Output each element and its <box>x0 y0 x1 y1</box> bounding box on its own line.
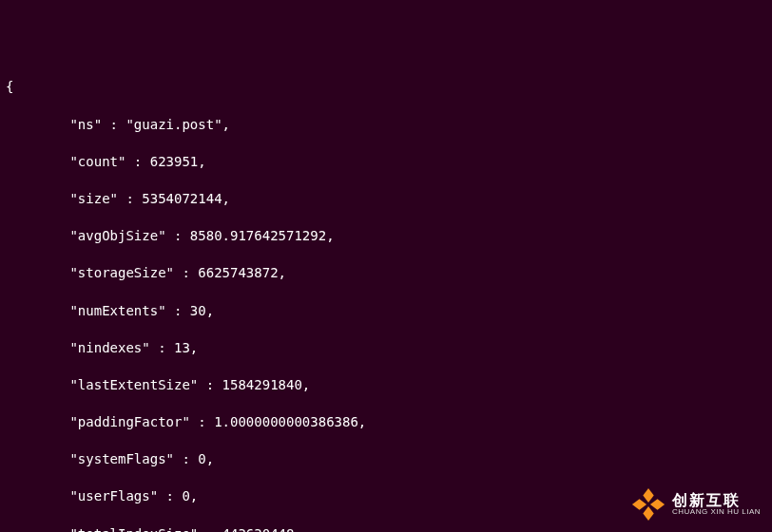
watermark-text-small: CHUANG XIN HU LIAN <box>672 508 761 516</box>
field-ns: "ns" : "guazi.post", <box>6 116 766 135</box>
json-open: { <box>6 78 766 97</box>
field-paddingfactor: "paddingFactor" : 1.0000000000386386, <box>6 413 766 432</box>
field-avgobjsize: "avgObjSize" : 8580.917642571292, <box>6 227 766 246</box>
field-size: "size" : 5354072144, <box>6 190 766 209</box>
watermark-logo-icon <box>630 486 666 522</box>
field-count: "count" : 623951, <box>6 153 766 172</box>
field-lastextentsize: "lastExtentSize" : 1584291840, <box>6 376 766 395</box>
watermark: 创新互联 CHUANG XIN HU LIAN <box>630 486 761 522</box>
field-totalindexsize: "totalIndexSize" : 443630448, <box>6 525 766 532</box>
field-systemflags: "systemFlags" : 0, <box>6 450 766 469</box>
field-nindexes: "nindexes" : 13, <box>6 339 766 358</box>
field-numextents: "numExtents" : 30, <box>6 302 766 321</box>
field-storagesize: "storageSize" : 6625743872, <box>6 264 766 283</box>
watermark-text-big: 创新互联 <box>672 493 761 508</box>
